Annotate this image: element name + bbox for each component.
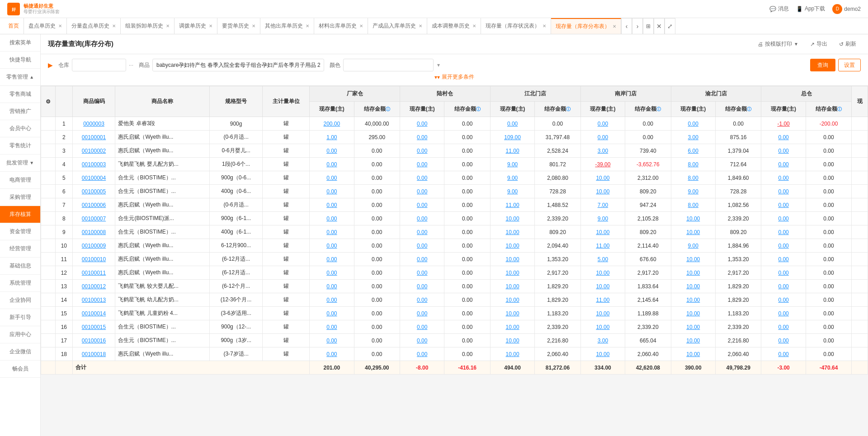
tab-close-icon[interactable]: ✕ [58, 23, 62, 28]
user-area[interactable]: D demo2 [832, 4, 861, 14]
query-btn[interactable]: 查询 [810, 59, 835, 71]
filter-toggle-icon[interactable]: ▶ [48, 61, 53, 69]
cell-code: 00100012 [72, 280, 115, 293]
th-yb-amt: 结存金额ⓘ [716, 102, 761, 117]
tab-close-icon[interactable]: ✕ [542, 23, 546, 28]
cell-lc-amt: 0.00 [444, 185, 490, 198]
tab-cost-adjust[interactable]: 成本调整单历史 ✕ [427, 18, 481, 34]
cell-tot-qty: 0.00 [761, 239, 806, 253]
cell-fc-qty: 0.00 [310, 307, 354, 320]
filter-row: ▶ 仓库 ··· 商品 颜色 ▾ 查询 设置 [48, 59, 861, 71]
tab-home[interactable]: 首页 [4, 18, 24, 34]
tab-prev-btn[interactable]: ‹ [621, 18, 632, 34]
tab-other-outbound[interactable]: 其他出库单历史 ✕ [260, 18, 314, 34]
table-row: 3 00100002 惠氏启赋（Wyeth illu... 0-6月婴儿... … [41, 144, 868, 158]
sidebar-item-member[interactable]: 会员中心 [0, 120, 40, 137]
subtitle-text: 母婴行业演示陈套 [24, 9, 60, 14]
sidebar-item-inventory[interactable]: 库存核算 [0, 206, 40, 223]
sidebar-item-system[interactable]: 系统管理 [0, 275, 40, 292]
sidebar-item-enterprise[interactable]: 企业协同 [0, 292, 40, 309]
app-download-btn[interactable]: 📱 App下载 [796, 5, 825, 13]
refresh-btn[interactable]: ↺ 刷新 [835, 38, 861, 50]
cell-spec: (0-6月适... [210, 198, 263, 212]
table-row: 9 00100008 合生元（BIOSTIME）... 400g（6-1... … [41, 225, 868, 239]
sidebar-item-apps[interactable]: 应用中心 [0, 326, 40, 343]
tab-close-icon[interactable]: ✕ [166, 23, 170, 28]
page-actions: 🖨 按模版打印 ▼ ↗ 导出 ↺ 刷新 [753, 38, 861, 50]
th-gear: ⚙ [41, 86, 56, 117]
summary-na-qty: 334.00 [580, 361, 625, 375]
sidebar-item-wechat[interactable]: 企业微信 [0, 343, 40, 361]
tab-close-icon[interactable]: ✕ [359, 23, 363, 28]
tab-material-outbound[interactable]: 材料出库单历史 ✕ [314, 18, 368, 34]
sidebar-item-operations[interactable]: 经营管理 [0, 240, 40, 258]
tab-assembly[interactable]: 组装拆卸单历史 ✕ [121, 18, 175, 34]
tab-close-icon[interactable]: ✕ [112, 23, 116, 28]
th-tot-qty: 现存量(主) [761, 102, 806, 117]
tab-close-all-btn[interactable]: ✕ [654, 18, 665, 34]
cell-idx: 9 [56, 225, 73, 239]
table-container[interactable]: ⚙ 商品编码 商品名称 规格型号 主计量单位 厂家仓 陆村仓 江北门店 南岸门店… [41, 86, 868, 436]
table-row: 5 00100004 合生元（BIOSTIME）... 900g（0-6... … [41, 171, 868, 185]
cell-na-amt: 2,114.40 [625, 239, 671, 253]
sidebar-item-basic[interactable]: 基础信息 [0, 258, 40, 275]
settings-btn[interactable]: 设置 [838, 59, 861, 71]
tab-close-icon[interactable]: ✕ [613, 24, 616, 29]
tab-next-btn[interactable]: › [632, 18, 643, 34]
cell-jb-amt: 2,917.20 [535, 266, 580, 280]
tab-close-icon[interactable]: ✕ [209, 23, 212, 28]
color-input[interactable] [343, 59, 434, 71]
cell-fc-amt: 0.00 [354, 185, 400, 198]
cell-na-amt: -3,652.76 [625, 158, 671, 171]
summary-row: 合计 201.00 40,295.00 -8.00 -416.16 494.00… [41, 361, 868, 375]
tab-requisition[interactable]: 要货单历史 ✕ [217, 18, 260, 34]
tab-inventory-distribution[interactable]: 现存量（库存分布表） ✕ [551, 18, 621, 34]
tab-product-inbound[interactable]: 产成品入库单历史 ✕ [368, 18, 427, 34]
sidebar-item-wholesale[interactable]: 批发管理 ▼ [0, 155, 40, 172]
cell-fc-qty: 1.00 [310, 131, 354, 144]
cell-fc-qty: 0.00 [310, 253, 354, 266]
sidebar-item-purchase[interactable]: 采购管理 [0, 189, 40, 206]
cell-code: 00100016 [72, 334, 115, 347]
cell-yb-amt: 875.16 [716, 131, 761, 144]
export-btn[interactable]: ↗ 导出 [806, 38, 832, 50]
sidebar-item-retail[interactable]: 零售管理 ▲ [0, 69, 40, 86]
gear-icon[interactable]: ⚙ [46, 98, 51, 105]
cell-gear [41, 280, 56, 293]
cell-yb-amt: 1,183.20 [716, 307, 761, 320]
tab-partial-count[interactable]: 分量盘点单历史 ✕ [67, 18, 121, 34]
sidebar-item-retail-stat[interactable]: 零售统计 [0, 137, 40, 155]
sidebar-item-marketing[interactable]: 营销推广 [0, 103, 40, 120]
sidebar-item-ecommerce[interactable]: 电商管理 [0, 172, 40, 189]
tab-expand-btn[interactable]: ⤢ [665, 18, 675, 34]
cell-spec: (3-7岁适... [210, 347, 263, 361]
tab-inventory-count[interactable]: 盘点单历史 ✕ [24, 18, 67, 34]
cell-code: 00100007 [72, 212, 115, 225]
tab-more-btn[interactable]: ⊞ [643, 18, 654, 34]
table-row: 7 00100006 惠氏启赋（Wyeth illu... (0-6月适... … [41, 198, 868, 212]
tab-close-icon[interactable]: ✕ [419, 23, 422, 28]
tab-close-icon[interactable]: ✕ [306, 23, 309, 28]
sidebar-item-fan[interactable]: 畅会员 [0, 361, 40, 378]
sidebar-item-search[interactable]: 搜索英单 [0, 34, 40, 52]
cell-yb-qty: 10.00 [671, 253, 716, 266]
sidebar-item-finance[interactable]: 资金管理 [0, 223, 40, 240]
goods-input[interactable] [152, 59, 324, 71]
sidebar-item-retail-shop[interactable]: 零售商城 [0, 86, 40, 103]
sidebar-item-guide[interactable]: 新手引导 [0, 309, 40, 326]
tab-close-icon[interactable]: ✕ [252, 23, 255, 28]
print-btn[interactable]: 🖨 按模版打印 ▼ [753, 38, 803, 50]
cell-gear [41, 225, 56, 239]
cell-tot-qty: 0.00 [761, 334, 806, 347]
expand-filter-btn[interactable]: ▾▾ 展开更多条件 [48, 73, 861, 81]
tab-transfer[interactable]: 调拨单历史 ✕ [175, 18, 217, 34]
tab-close-icon[interactable]: ✕ [472, 23, 476, 28]
cell-gear [41, 320, 56, 334]
warehouse-input[interactable] [72, 59, 126, 71]
cell-yb-qty: 9.00 [671, 185, 716, 198]
cell-na-amt: 809.20 [625, 225, 671, 239]
tab-inventory-status[interactable]: 现存量（库存状况表） ✕ [481, 18, 551, 34]
sidebar-item-nav[interactable]: 快捷导航 [0, 52, 40, 69]
cell-na-qty: 5.00 [580, 253, 625, 266]
message-btn[interactable]: 💬 消息 [769, 5, 789, 13]
